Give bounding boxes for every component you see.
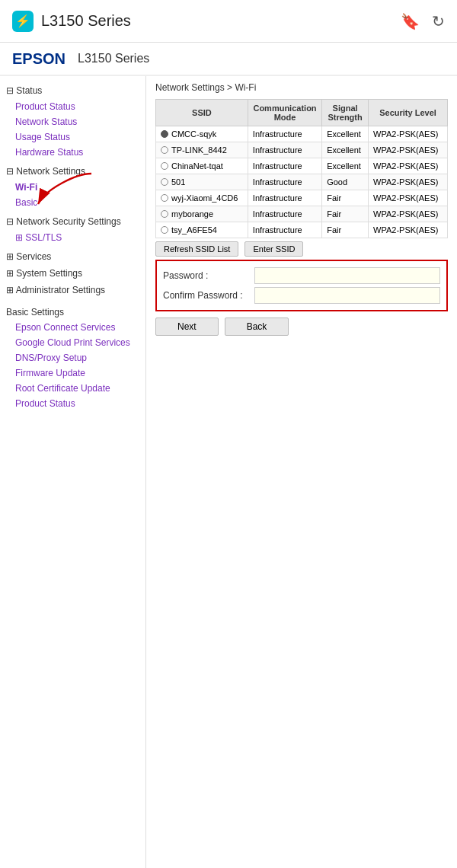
password-input[interactable]: [254, 267, 440, 284]
top-bar-title: L3150 Series: [41, 12, 131, 30]
password-section: Password : Confirm Password :: [155, 260, 448, 311]
sidebar-google-cloud[interactable]: Google Cloud Print Services: [0, 335, 145, 350]
sidebar-admin-section: ⊞ Administrator Settings: [0, 282, 145, 298]
sidebar-item-hardware-status[interactable]: Hardware Status: [0, 145, 145, 160]
sidebar-status-section: ⊟ Status: [0, 82, 145, 99]
radio-button[interactable]: [161, 194, 168, 202]
breadcrumb: Network Settings > Wi-Fi: [155, 82, 448, 93]
ssid-text: wyj-Xiaomi_4CD6: [171, 193, 238, 203]
cell-mode: Infrastructure: [248, 190, 321, 206]
sidebar-item-wifi[interactable]: Wi-Fi: [0, 180, 145, 195]
cell-ssid: tsy_A6FE54: [156, 222, 248, 238]
sidebar-item-usage-status[interactable]: Usage Status: [0, 129, 145, 145]
password-row: Password :: [163, 267, 440, 284]
ssid-text: tsy_A6FE54: [171, 225, 217, 235]
cell-mode: Infrastructure: [248, 126, 321, 142]
cell-ssid: TP-LINK_8442: [156, 142, 248, 158]
cell-security: WPA2-PSK(AES): [369, 142, 448, 158]
cell-mode: Infrastructure: [248, 222, 321, 238]
action-buttons: Next Back: [155, 318, 448, 336]
cell-mode: Infrastructure: [248, 142, 321, 158]
sidebar-item-product-status[interactable]: Product Status: [0, 99, 145, 114]
sidebar-services-section: ⊞ Services: [0, 248, 145, 265]
cell-mode: Infrastructure: [248, 174, 321, 190]
refresh-icon[interactable]: ↻: [432, 12, 445, 30]
content-area: Network Settings > Wi-Fi SSID Communicat…: [146, 76, 457, 868]
radio-button[interactable]: [161, 162, 168, 170]
wifi-table: SSID CommunicationMode SignalStrength Se…: [155, 99, 448, 238]
col-security: Security Level: [369, 100, 448, 126]
table-row[interactable]: wyj-Xiaomi_4CD6InfrastructureFairWPA2-PS…: [156, 190, 448, 206]
confirm-password-row: Confirm Password :: [163, 287, 440, 304]
top-bar-actions: 🔖 ↻: [401, 12, 445, 30]
confirm-password-input[interactable]: [254, 287, 440, 304]
ssid-text: TP-LINK_8442: [171, 145, 227, 155]
cell-mode: Infrastructure: [248, 158, 321, 174]
cell-ssid: CMCC-sqyk: [156, 126, 248, 142]
radio-button[interactable]: [161, 146, 168, 154]
cell-signal: Fair: [322, 190, 369, 206]
table-row[interactable]: tsy_A6FE54InfrastructureFairWPA2-PSK(AES…: [156, 222, 448, 238]
cell-signal: Good: [322, 174, 369, 190]
refresh-ssid-button[interactable]: Refresh SSID List: [155, 241, 238, 257]
cell-security: WPA2-PSK(AES): [369, 126, 448, 142]
cell-ssid: myborange: [156, 206, 248, 222]
next-button[interactable]: Next: [155, 318, 219, 336]
cell-signal: Excellent: [322, 126, 369, 142]
col-ssid: SSID: [156, 100, 248, 126]
back-button[interactable]: Back: [225, 318, 289, 336]
app-icon: ⚡: [12, 11, 34, 32]
col-signal: SignalStrength: [322, 100, 369, 126]
table-row[interactable]: CMCC-sqykInfrastructureExcellentWPA2-PSK…: [156, 126, 448, 142]
table-row[interactable]: ChinaNet-tqatInfrastructureExcellentWPA2…: [156, 158, 448, 174]
table-buttons: Refresh SSID List Enter SSID: [155, 241, 448, 257]
cell-signal: Excellent: [322, 158, 369, 174]
table-row[interactable]: myborangeInfrastructureFairWPA2-PSK(AES): [156, 206, 448, 222]
password-label: Password :: [163, 270, 254, 281]
cell-security: WPA2-PSK(AES): [369, 174, 448, 190]
cell-ssid: 501: [156, 174, 248, 190]
top-bar-left: ⚡ L3150 Series: [12, 11, 131, 32]
table-row[interactable]: 501InfrastructureGoodWPA2-PSK(AES): [156, 174, 448, 190]
radio-button[interactable]: [161, 130, 168, 138]
radio-button[interactable]: [161, 210, 168, 218]
cell-signal: Fair: [322, 206, 369, 222]
ssid-text: myborange: [171, 209, 213, 219]
table-row[interactable]: TP-LINK_8442InfrastructureExcellentWPA2-…: [156, 142, 448, 158]
sidebar: ⊟ Status Product Status Network Status U…: [0, 76, 146, 868]
ssid-text: ChinaNet-tqat: [171, 161, 223, 171]
sidebar-product-status2[interactable]: Product Status: [0, 396, 145, 411]
col-mode: CommunicationMode: [248, 100, 321, 126]
ssid-text: CMCC-sqyk: [171, 129, 216, 139]
cell-signal: Fair: [322, 222, 369, 238]
sidebar-basic-settings-label: Basic Settings: [0, 305, 145, 320]
cell-signal: Excellent: [322, 142, 369, 158]
sidebar-security-section: ⊟ Network Security Settings: [0, 213, 145, 230]
ssid-text: 501: [171, 177, 185, 187]
main-layout: ⊟ Status Product Status Network Status U…: [0, 76, 457, 868]
header-model: L3150 Series: [78, 52, 149, 65]
cell-security: WPA2-PSK(AES): [369, 206, 448, 222]
sidebar-root-cert[interactable]: Root Certificate Update: [0, 381, 145, 396]
sidebar-item-basic[interactable]: Basic: [0, 195, 145, 210]
radio-button[interactable]: [161, 226, 168, 234]
cell-ssid: wyj-Xiaomi_4CD6: [156, 190, 248, 206]
cell-security: WPA2-PSK(AES): [369, 190, 448, 206]
radio-button[interactable]: [161, 178, 168, 186]
cell-ssid: ChinaNet-tqat: [156, 158, 248, 174]
top-bar: ⚡ L3150 Series 🔖 ↻: [0, 0, 457, 43]
sidebar-item-network-status[interactable]: Network Status: [0, 114, 145, 129]
cell-mode: Infrastructure: [248, 206, 321, 222]
enter-ssid-button[interactable]: Enter SSID: [244, 241, 303, 257]
sidebar-dns-proxy[interactable]: DNS/Proxy Setup: [0, 350, 145, 365]
confirm-password-label: Confirm Password :: [163, 290, 254, 301]
bookmark-icon[interactable]: 🔖: [401, 12, 420, 30]
sidebar-network-section: ⊟ Network Settings: [0, 163, 145, 180]
sidebar-system-section: ⊞ System Settings: [0, 265, 145, 282]
app-header: EPSON L3150 Series: [0, 43, 457, 76]
sidebar-firmware[interactable]: Firmware Update: [0, 365, 145, 381]
cell-security: WPA2-PSK(AES): [369, 222, 448, 238]
epson-logo: EPSON: [12, 50, 66, 68]
sidebar-epson-connect[interactable]: Epson Connect Services: [0, 320, 145, 335]
sidebar-ssl-tls[interactable]: ⊞ SSL/TLS: [0, 230, 145, 245]
